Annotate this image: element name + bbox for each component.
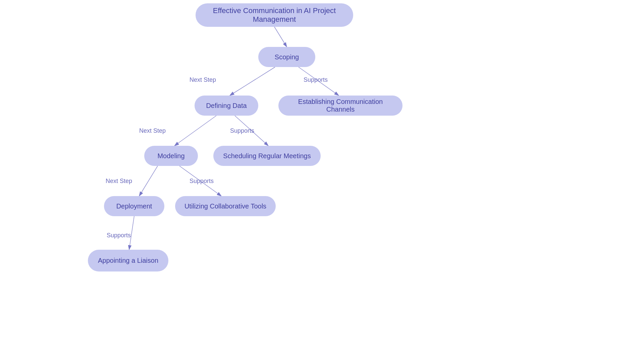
edge-label-supports-1: Supports <box>304 76 328 83</box>
svg-line-4 <box>174 116 216 146</box>
edge-label-supports-4: Supports <box>107 232 131 239</box>
diagram-container: Effective Communication in AI Project Ma… <box>0 0 644 363</box>
edge-label-supports-3: Supports <box>190 178 214 185</box>
edge-label-supports-2: Supports <box>230 127 254 134</box>
edge-label-next-step-3: Next Step <box>106 178 132 185</box>
node-modeling: Modeling <box>144 146 198 166</box>
node-root: Effective Communication in AI Project Ma… <box>196 3 353 27</box>
connector-layer <box>0 0 644 363</box>
node-establishing-channels: Establishing Communication Channels <box>278 96 402 116</box>
node-utilizing-tools: Utilizing Collaborative Tools <box>175 196 276 216</box>
svg-line-2 <box>230 67 275 96</box>
node-appointing-liaison: Appointing a Liaison <box>88 250 168 271</box>
node-scoping: Scoping <box>258 47 315 67</box>
edge-label-next-step-1: Next Step <box>190 76 216 83</box>
svg-line-6 <box>139 166 158 196</box>
node-deployment: Deployment <box>104 196 164 216</box>
edge-label-next-step-2: Next Step <box>139 127 166 134</box>
node-scheduling-meetings: Scheduling Regular Meetings <box>213 146 321 166</box>
svg-line-1 <box>274 27 287 47</box>
node-defining-data: Defining Data <box>195 96 258 116</box>
